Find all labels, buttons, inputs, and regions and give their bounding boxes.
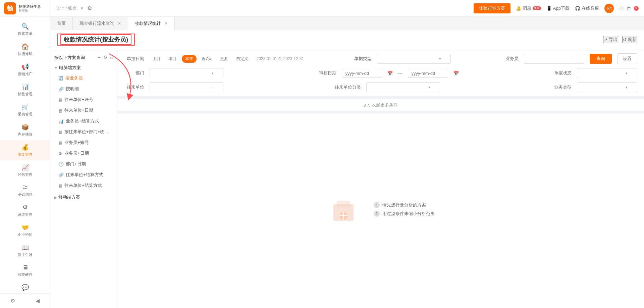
topbar-gear-icon[interactable]: ⚙ — [87, 5, 92, 11]
counterpart-label: 往来单位 — [124, 84, 144, 90]
panel-settings-btn[interactable]: ⚙ — [103, 55, 107, 61]
custom-btn[interactable]: 自定义 — [233, 55, 251, 63]
collapse-arrow-icon: ∧∧ — [364, 103, 370, 108]
panel-item-counterpart-settlement2[interactable]: ▦ 往来单位+结算方式 — [50, 180, 117, 191]
sidebar-item-business[interactable]: 📈 经营管理 — [0, 160, 50, 181]
counterpart-settlement2-icon: ▦ — [58, 183, 62, 188]
export-btn[interactable]: ↗ 导出 — [603, 36, 618, 43]
panel-collapse-btn[interactable]: « — [110, 55, 113, 61]
sidebar-item-wechat[interactable]: 💬 企业微信 — [0, 280, 50, 293]
sidebar-item-marketing[interactable]: 📢 营销推广 — [0, 60, 50, 80]
maximize-btn[interactable]: □ — [627, 6, 631, 11]
page-content: 收款情况统计(按业务员) ↗ 导出 ↺ 刷新 按以下方案查询 — [50, 30, 644, 308]
sidebar-item-search-menu[interactable]: 🔍 搜索菜单 — [0, 19, 50, 40]
sidebar-item-finance[interactable]: 💰 资金管理 — [0, 140, 50, 160]
topbar: 会计 / 账套 ▾ ⚙ 体验行业方案 🔔 消息 99+ 📱 App下载 🎧 在线… — [50, 0, 644, 17]
marketing-icon: 📢 — [21, 63, 29, 70]
collapse-bar[interactable]: ∧∧ 收起更多条件 — [117, 99, 644, 111]
tab-receipt-stats[interactable]: 收款情况统计 ✕ — [128, 17, 175, 30]
empty-step-1: 1 请先选择要分析的方案 — [374, 202, 435, 208]
notification-btn[interactable]: 🔔 消息 99+ — [516, 5, 541, 11]
review-date-to[interactable] — [408, 69, 448, 78]
refresh-btn[interactable]: ↺ 刷新 — [622, 36, 637, 43]
panel-item-dept-date[interactable]: 🕐 部门+日期 — [50, 159, 117, 169]
business-type-arrow: ▾ — [626, 85, 628, 90]
sidebar-item-purchase[interactable]: 🛒 采购管理 — [0, 100, 50, 120]
breadcrumb: 会计 / 账套 — [56, 5, 77, 11]
desktop-section-title[interactable]: ▼ 电脑端方案 — [50, 63, 117, 73]
voucher-status-arrow: ▾ — [626, 71, 628, 75]
panel-item-by-detail[interactable]: 🔗 按明细 — [50, 84, 117, 94]
sales-icon: 📊 — [21, 83, 29, 91]
desktop-arrow-icon: ▼ — [54, 66, 58, 70]
topbar-dropdown-icon[interactable]: ▾ — [81, 6, 83, 11]
panel-item-counterpart-date[interactable]: ▦ 往来单位+日期 — [50, 105, 117, 116]
review-date-from-calendar[interactable]: 📅 — [387, 71, 393, 76]
sidebar-item-quick-nav[interactable]: 🏠 快捷导航 — [0, 40, 50, 60]
dept-select[interactable]: ▾ — [150, 68, 223, 78]
sidebar-item-system[interactable]: ⚙ 系统管理 — [0, 200, 50, 220]
voucher-status-select[interactable]: ▾ — [577, 68, 637, 78]
right-panel: 单据日期 上月 本月 本年 近7天 更多 自定义 2023-01-01 至 — [117, 49, 644, 308]
panel-item-counterpart-account[interactable]: ▦ 往来单位+账号 — [50, 94, 117, 105]
dept-date-icon: 🕐 — [58, 162, 64, 167]
panel-item-salesperson-date[interactable]: ⚙ 业务员+日期 — [50, 148, 117, 159]
review-date-from[interactable] — [342, 69, 382, 78]
page-header-actions: ↗ 导出 ↺ 刷新 — [603, 36, 637, 43]
business-type-label: 业务类型 — [551, 84, 572, 90]
minimize-btn[interactable]: — — [619, 6, 624, 11]
sidebar-collapse-btn[interactable]: ◀ — [36, 298, 40, 304]
sidebar-footer: ⚙ ◀ — [0, 293, 50, 308]
salesperson-settlement-icon: 📊 — [58, 119, 64, 124]
sidebar-item-hardware[interactable]: 🖥 智能硬件 — [0, 261, 50, 280]
close-btn[interactable]: ✕ — [634, 6, 639, 11]
quick-nav-icon: 🏠 — [21, 43, 29, 50]
panel-item-salesperson-settlement[interactable]: 📊 业务员+结算方式 — [50, 116, 117, 126]
settings-btn[interactable]: 设置 — [617, 53, 637, 64]
panel-add-btn[interactable]: + — [98, 55, 101, 61]
svg-rect-1 — [337, 201, 350, 207]
hardware-icon: 🖥 — [22, 264, 28, 271]
counterpart-category-label: 往来单位分类 — [335, 84, 361, 90]
online-service-icon: 🎧 — [575, 6, 580, 11]
last-7-days-btn[interactable]: 近7天 — [199, 55, 215, 63]
sidebar-item-basic[interactable]: 🗂 基础信息 — [0, 181, 50, 200]
panel-header: 按以下方案查询 + ⚙ « — [50, 53, 117, 63]
business-type-select[interactable]: ▾ — [577, 82, 637, 92]
counterpart-select[interactable]: ··· — [150, 82, 223, 92]
page-title-box: 收款情况统计(按业务员) — [57, 34, 135, 46]
app-download-btn[interactable]: 📱 App下载 — [546, 5, 570, 11]
sidebar-item-guide[interactable]: 📖 新手引导 — [0, 241, 50, 261]
panel-item-salesperson-account[interactable]: ▦ 业务员+账号 — [50, 137, 117, 148]
this-year-btn[interactable]: 本年 — [182, 55, 197, 63]
panel-item-counterpart-settlement1[interactable]: 🔗 往来单位+结算方式 — [50, 169, 117, 180]
panel-item-by-salesperson[interactable]: 🔄 按业务员 — [50, 73, 117, 84]
counterpart-category-select[interactable]: ▾ — [366, 82, 440, 92]
tab-bank-flow[interactable]: 现金银行流水查询 ✕ — [73, 17, 128, 30]
logo-area: 畅 畅捷通好生意 标准版 — [0, 0, 50, 17]
review-date-to-calendar[interactable]: 📅 — [453, 71, 459, 76]
by-detail-icon: 🔗 — [58, 87, 64, 92]
online-service-btn[interactable]: 🎧 在线客服 — [575, 5, 599, 11]
mobile-section-title[interactable]: ▶ 移动端方案 — [50, 192, 117, 202]
salesperson-select[interactable]: ··· — [524, 54, 584, 64]
voucher-type-select[interactable]: ▾ — [377, 54, 451, 64]
query-btn[interactable]: 查询 — [590, 54, 612, 64]
filter-area: 单据日期 上月 本月 本年 近7天 更多 自定义 2023-01-01 至 — [117, 49, 644, 96]
sidebar-item-enterprise[interactable]: 🤝 企业协同 — [0, 220, 50, 241]
more-btn[interactable]: 更多 — [217, 55, 231, 63]
left-panel: 按以下方案查询 + ⚙ « ▼ 电脑端方案 🔄 按业务员 — [50, 49, 117, 308]
panel-item-counterpart-dept[interactable]: ▦ 按往来单位+部门+收... — [50, 126, 117, 137]
logo-text: 畅捷通好生意 标准版 — [19, 4, 41, 13]
tab-receipt-stats-close[interactable]: ✕ — [164, 21, 168, 26]
tab-home[interactable]: 首页 — [50, 17, 73, 30]
prev-month-btn[interactable]: 上月 — [150, 55, 164, 63]
sidebar-item-sales[interactable]: 📊 销售管理 — [0, 80, 50, 100]
sidebar-settings-btn[interactable]: ⚙ — [10, 298, 15, 304]
trial-btn[interactable]: 体验行业方案 — [474, 3, 511, 13]
this-month-btn[interactable]: 本月 — [166, 55, 180, 63]
sidebar-item-inventory[interactable]: 📦 库存核算 — [0, 120, 50, 140]
user-avatar[interactable]: Rit — [604, 4, 614, 13]
page-title: 收款情况统计(按业务员) — [60, 34, 131, 45]
tab-bank-flow-close[interactable]: ✕ — [118, 21, 121, 26]
